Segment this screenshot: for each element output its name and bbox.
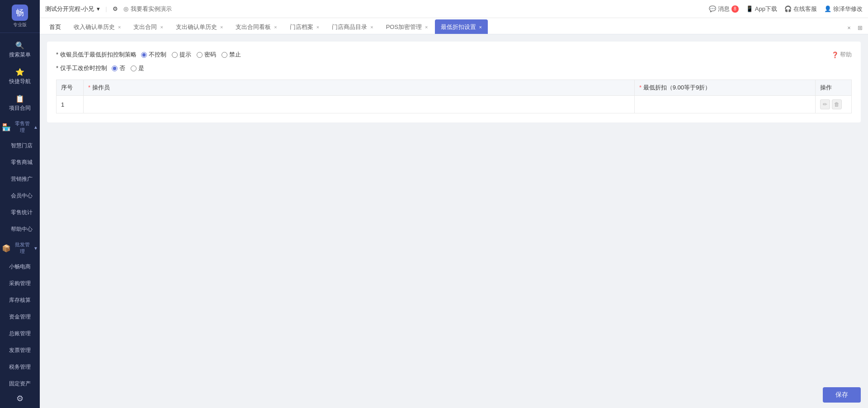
tab-store-file-label: 门店档案 — [290, 23, 313, 31]
sidebar-item-search[interactable]: 🔍 搜索菜单 — [0, 37, 40, 63]
sidebar-logo: 畅 专业版 — [0, 0, 40, 33]
content-footer: 保存 — [40, 382, 868, 408]
tab-store-file[interactable]: 门店档案 × — [284, 19, 325, 34]
tabbar: 首页 收入确认单历史 × 支出合同 × 支出确认单历史 × 支出合同看板 × 门… — [40, 18, 868, 34]
radio-manual-no[interactable]: 否 — [112, 64, 125, 72]
sidebar-item-retail-mgmt[interactable]: 🏪 零售管理 ▲ — [0, 117, 40, 137]
radio-password-input[interactable] — [197, 52, 203, 58]
radio-forbid[interactable]: 禁止 — [222, 51, 241, 59]
sidebar-item-purchase-label: 采购管理 — [9, 280, 31, 287]
sidebar-item-smart-store-label: 智慧门店 — [11, 142, 33, 150]
tab-income-history[interactable]: 收入确认单历史 × — [68, 19, 127, 34]
sidebar-item-project-label: 项目合同 — [9, 104, 31, 112]
tab-store-product-close[interactable]: × — [370, 24, 373, 30]
tab-pay-contract-close[interactable]: × — [160, 24, 163, 30]
th-operator-required: * — [88, 84, 92, 91]
box-icon: 📦 — [2, 244, 11, 253]
sidebar-item-ecommerce[interactable]: 小畅电商 — [0, 258, 40, 275]
online-service-button[interactable]: 🎧 在线客服 — [784, 5, 817, 13]
sidebar-item-search-label: 搜索菜单 — [9, 51, 31, 59]
project-selector[interactable]: 测试分开完程-小兄 ▾ — [45, 5, 100, 13]
help-link[interactable]: ❓ 帮助 — [831, 51, 852, 59]
radio-password[interactable]: 密码 — [197, 51, 216, 59]
sidebar-item-retail-stats[interactable]: 零售统计 — [0, 204, 40, 221]
radio-manual-no-label: 否 — [119, 64, 125, 72]
sidebar-item-accounting[interactable]: 总账管理 — [0, 325, 40, 342]
user-profile-button[interactable]: 👤 徐泽华修改 — [824, 5, 863, 13]
tab-pay-contract[interactable]: 支出合同 × — [127, 19, 169, 34]
action-icons: ✏ 🗑 — [820, 99, 847, 109]
row-edit-button[interactable]: ✏ — [820, 99, 830, 109]
radio-manual-yes[interactable]: 是 — [131, 64, 144, 72]
sidebar-item-accounting-label: 总账管理 — [9, 330, 31, 338]
messages-button[interactable]: 💬 消息 8 — [709, 5, 739, 13]
sidebar-item-wholesale-mgmt[interactable]: 📦 批发管理 ▼ — [0, 238, 40, 258]
tab-pay-contract-board-close[interactable]: × — [274, 24, 277, 30]
tab-pos-password[interactable]: POS加密管理 × — [380, 19, 434, 34]
user-name: 徐泽华修改 — [833, 5, 863, 13]
form-section: * 收银员低于最低折扣控制策略 不控制 提示 密码 — [56, 51, 852, 72]
message-icon: 💬 — [709, 5, 716, 12]
sidebar-item-tax-label: 税务管理 — [9, 363, 31, 371]
sidebar-item-smart-store[interactable]: 智慧门店 — [0, 137, 40, 154]
store-icon: 🏪 — [2, 123, 11, 131]
demo-circle-icon: ◎ — [123, 5, 128, 12]
tab-pos-password-label: POS加密管理 — [386, 23, 422, 31]
tab-income-history-label: 收入确认单历史 — [74, 23, 115, 31]
save-button[interactable]: 保存 — [823, 387, 861, 403]
project-dropdown-icon: ▾ — [97, 5, 100, 12]
project-name: 测试分开完程-小兄 — [45, 5, 94, 13]
sidebar-item-project-contract[interactable]: 📋 项目合同 — [0, 90, 40, 117]
row-delete-button[interactable]: 🗑 — [832, 99, 842, 109]
radio-hint[interactable]: 提示 — [172, 51, 191, 59]
tab-income-history-close[interactable]: × — [118, 24, 121, 30]
settings-gear[interactable]: ⚙ — [113, 5, 118, 12]
sidebar-item-ecommerce-label: 小畅电商 — [9, 263, 31, 271]
radio-forbid-input[interactable] — [222, 52, 227, 58]
app-download-button[interactable]: 📱 App下载 — [746, 5, 777, 13]
sidebar-item-help-center[interactable]: 帮助中心 — [0, 221, 40, 238]
sidebar-settings[interactable]: ⚙ — [0, 389, 40, 408]
sidebar-item-inventory-label: 库存核算 — [9, 296, 31, 304]
radio-no-control-input[interactable] — [141, 52, 147, 58]
sidebar-item-quick-nav[interactable]: ⭐ 快捷导航 — [0, 63, 40, 90]
sidebar-item-help-label: 帮助中心 — [11, 225, 33, 233]
radio-no-control[interactable]: 不控制 — [141, 51, 166, 59]
sidebar-item-purchase[interactable]: 采购管理 — [0, 275, 40, 292]
sidebar-item-fixed-assets-label: 固定资产 — [9, 380, 31, 388]
content-card: * 收银员低于最低折扣控制策略 不控制 提示 密码 — [47, 42, 861, 122]
sidebar-item-invoice[interactable]: 发票管理 — [0, 342, 40, 359]
sidebar-item-marketing[interactable]: 营销推广 — [0, 171, 40, 188]
tab-store-file-close[interactable]: × — [316, 24, 319, 30]
tab-pos-password-close[interactable]: × — [425, 24, 428, 30]
radio-manual-yes-input[interactable] — [131, 66, 137, 71]
tab-store-product[interactable]: 门店商品目录 × — [326, 19, 379, 34]
sidebar-item-member-center[interactable]: 会员中心 — [0, 188, 40, 204]
topbar: 测试分开完程-小兄 ▾ | ⚙ ◎ 我要看实例演示 💬 消息 8 📱 App下载… — [40, 0, 868, 18]
tab-pay-contract-board[interactable]: 支出合同看板 × — [230, 19, 283, 34]
sidebar-item-finance[interactable]: 资金管理 — [0, 309, 40, 325]
gear-icon: ⚙ — [113, 5, 118, 12]
messages-label: 消息 — [718, 5, 730, 13]
demo-link[interactable]: ◎ 我要看实例演示 — [123, 5, 172, 13]
form-row-manual: * 仅手工改价时控制 否 是 — [56, 64, 852, 72]
headset-icon: 🎧 — [784, 5, 792, 12]
sidebar-item-inventory[interactable]: 库存核算 — [0, 292, 40, 309]
topbar-divider: | — [105, 5, 107, 12]
sidebar-item-retail-mall-label: 零售商城 — [11, 159, 33, 166]
tab-min-discount-close[interactable]: × — [479, 24, 482, 30]
tab-more-options[interactable]: ⊞ — [855, 23, 864, 32]
sidebar-item-fixed-assets[interactable]: 固定资产 — [0, 375, 40, 389]
strategy-label: * 收银员低于最低折扣控制策略 — [56, 51, 137, 59]
tab-pay-confirm-history[interactable]: 支出确认单历史 × — [170, 19, 229, 34]
sidebar-item-quick-nav-label: 快捷导航 — [9, 78, 31, 85]
sidebar-item-tax[interactable]: 税务管理 — [0, 359, 40, 375]
strategy-radio-group: 不控制 提示 密码 禁止 — [141, 51, 241, 59]
tab-close-all[interactable]: × — [844, 23, 854, 32]
tab-home[interactable]: 首页 — [43, 19, 67, 34]
radio-manual-no-input[interactable] — [112, 66, 118, 71]
tab-pay-confirm-close[interactable]: × — [220, 24, 223, 30]
tab-min-discount[interactable]: 最低折扣设置 × — [435, 19, 488, 34]
radio-hint-input[interactable] — [172, 52, 178, 58]
sidebar-item-retail-mall[interactable]: 零售商城 — [0, 154, 40, 171]
